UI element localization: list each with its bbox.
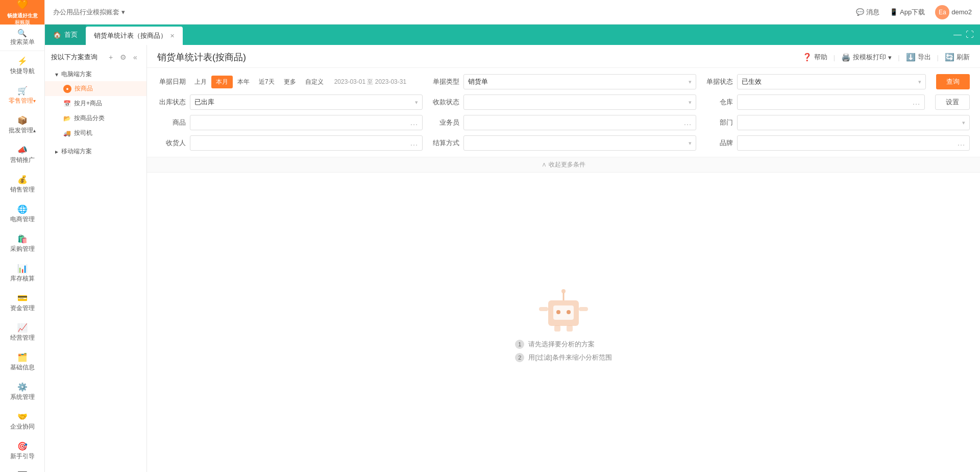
svg-rect-7 [579,307,588,311]
header-left: 办公用品行业模拟账套 ▾ [53,8,125,17]
sidebar-item-system[interactable]: ⚙️ 系统管理 [0,377,44,407]
top-header: 办公用品行业模拟账套 ▾ 💬 消息 📱 App下载 Ea demo2 [45,0,980,25]
filter-department-field: 部门 ▾ [704,115,970,130]
sidebar-item-wholesale[interactable]: 📦 批发管理 ▴ [0,110,44,140]
filter-row-2: 出库状态 已出库 ▾ 收款状态 ▾ [157,95,970,110]
sidebar-item-enterprise[interactable]: 🤝 企业协同 [0,407,44,436]
settings-btn[interactable]: 设置 [935,95,970,110]
app-download-btn[interactable]: 📱 App下载 [890,8,925,17]
help-btn[interactable]: ❓ 帮助 [802,53,827,62]
workspace-selector[interactable]: 办公用品行业模拟账套 ▾ [53,8,125,17]
scheme-header: 按以下方案查询 + ⚙ « [45,49,146,65]
scheme-add-btn[interactable]: + [106,52,116,62]
consignee-input[interactable]: … [190,135,423,151]
refresh-label: 刷新 [957,53,970,62]
date-range-text: 2023-03-01 至 2023-03-31 [334,78,406,86]
empty-illustration [533,282,594,334]
collapse-bar[interactable]: ∧ 收起更多条件 [147,157,980,173]
salesperson-label: 业务员 [431,118,459,127]
date-btn-this-month[interactable]: 本月 [211,76,233,88]
doc-type-select[interactable]: 销货单 ▾ [463,74,696,89]
scheme-item-by-warehouse[interactable]: 🚚 按司机 [45,126,146,140]
scheme-group-pc-title[interactable]: ▾ 电脑端方案 [45,67,146,81]
refresh-btn[interactable]: 🔄 刷新 [945,53,970,62]
doc-type-label: 单据类型 [431,77,459,86]
tab-home[interactable]: 🏠 首页 [45,25,86,45]
template-print-btn[interactable]: 🖨️ 按模板打印 ▾ [841,53,892,62]
scheme-item-by-category[interactable]: 📂 按商品分类 [45,111,146,126]
doc-status-value: 已生效 [742,77,762,86]
sidebar-item-apps[interactable]: 🔲 应用中心 [0,466,44,472]
collapse-label: ∧ 收起更多条件 [542,161,585,168]
scheme-item-by-month-product[interactable]: 📅 按月+商品 [45,96,146,111]
date-btn-more[interactable]: 更多 [279,76,301,88]
scheme-panel: 按以下方案查询 + ⚙ « ▾ 电脑端方案 ● 按商品 📅 [45,45,147,472]
sidebar-item-retail[interactable]: 🛒 零售管理 ▾ [0,81,44,110]
wholesale-label: 批发管理 [9,126,33,135]
filter-consignee-field: 收货人 … [157,135,423,151]
logo-sub: 标账版 [15,19,30,26]
filter-doc-status-field: 单据状态 已生效 ▾ 查询 [704,74,970,89]
tab-maximize-btn[interactable]: ⛶ [966,30,974,39]
scheme-group-pc-label: 电脑端方案 [61,70,92,79]
date-btn-custom[interactable]: 自定义 [301,76,328,88]
marketing-icon: 📣 [17,145,28,155]
help-icon: ❓ [802,53,812,62]
sidebar-item-finance[interactable]: 💳 资金管理 [0,288,44,318]
brand-dots-icon[interactable]: … [957,138,965,148]
system-label: 系统管理 [10,393,35,402]
user-area[interactable]: Ea demo2 [935,5,972,19]
search-menu-item[interactable]: 🔍 搜索菜单 [0,25,44,51]
sidebar-item-operations[interactable]: 📈 经营管理 [0,318,44,347]
department-select[interactable]: ▾ [737,115,970,130]
sidebar-item-sales[interactable]: 💰 销售管理 [0,170,44,199]
filter-payment-status-field: 收款状态 ▾ [431,95,696,110]
sidebar-item-ecommerce[interactable]: 🌐 电商管理 [0,199,44,229]
message-btn[interactable]: 💬 消息 [856,8,879,17]
sidebar-item-quick-nav[interactable]: ⚡ 快捷导航 [0,51,44,81]
sidebar-item-marketing[interactable]: 📣 营销推广 [0,140,44,170]
out-status-value: 已出库 [194,98,214,107]
filter-doc-type-field: 单据类型 销货单 ▾ [431,74,696,89]
consignee-dots-icon[interactable]: … [410,138,418,148]
salesperson-dots-icon[interactable]: … [683,118,692,127]
scheme-group-mobile-title[interactable]: ▸ 移动端方案 [45,145,146,158]
empty-state: 1 请先选择要分析的方案 2 用[过滤]条件来缩小分析范围 [147,173,980,472]
tab-close-icon[interactable]: ✕ [170,33,175,39]
warehouse-input[interactable]: … [737,95,925,110]
sales-label: 销售管理 [10,185,35,194]
tab-minimize-btn[interactable]: — [953,30,962,39]
message-icon: 💬 [856,8,864,16]
out-status-select[interactable]: 已出库 ▾ [190,95,423,110]
settlement-select[interactable]: ▾ [463,135,696,151]
date-btn-this-year[interactable]: 本年 [233,76,254,88]
tab-report[interactable]: 销货单统计表（按商品） ✕ [86,27,183,45]
scheme-item-by-product[interactable]: ● 按商品 [45,81,146,96]
product-input[interactable]: … [190,115,423,130]
warehouse-dots-icon[interactable]: … [912,98,920,107]
user-avatar: Ea [935,5,949,19]
sidebar-item-purchase[interactable]: 🛍️ 采购管理 [0,229,44,258]
query-btn[interactable]: 查询 [936,74,970,89]
brand-input[interactable]: … [737,135,970,151]
scheme-group-pc-arrow: ▾ [55,71,58,78]
tabbar-actions: — ⛶ [953,25,980,45]
export-btn[interactable]: ⬇️ 导出 [906,53,931,62]
scheme-collapse-btn[interactable]: « [130,52,140,62]
scheme-settings-btn[interactable]: ⚙ [118,52,128,62]
scheme-header-actions: + ⚙ « [106,52,140,62]
date-btn-7days[interactable]: 近7天 [254,76,279,88]
salesperson-input[interactable]: … [463,115,696,130]
sidebar-item-basic[interactable]: 🗂️ 基础信息 [0,347,44,377]
date-btn-last-month[interactable]: 上月 [190,76,211,88]
sidebar-item-guide[interactable]: 🎯 新手引导 [0,436,44,466]
product-dots-icon[interactable]: … [410,118,418,127]
payment-status-select[interactable]: ▾ [463,95,696,110]
finance-icon: 💳 [17,293,28,303]
sidebar-item-inventory[interactable]: 📊 库存核算 [0,258,44,288]
scheme-header-title: 按以下方案查询 [51,53,97,62]
marketing-label: 营销推广 [10,156,35,164]
department-label: 部门 [704,118,733,127]
scheme-item-category-icon: 📂 [63,115,71,122]
doc-status-select[interactable]: 已生效 ▾ [737,74,926,89]
